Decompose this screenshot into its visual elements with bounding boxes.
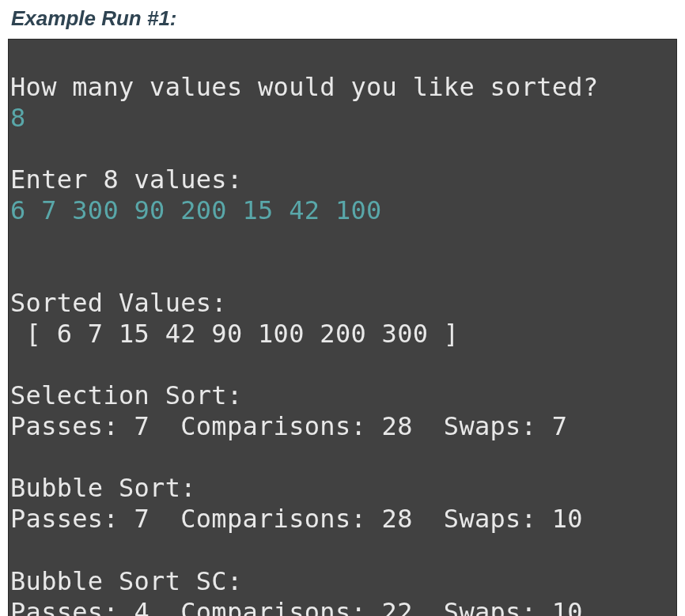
bubble-sort-title: Bubble Sort:: [10, 473, 196, 503]
bubble-sort-stats: Passes: 7 Comparisons: 28 Swaps: 10: [10, 504, 583, 534]
bubble-sort-sc-title: Bubble Sort SC:: [10, 566, 242, 596]
bubble-sort-sc-stats: Passes: 4 Comparisons: 22 Swaps: 10: [10, 597, 583, 616]
selection-sort-title: Selection Sort:: [10, 380, 242, 410]
sorted-values-label: Sorted Values:: [10, 288, 227, 318]
input-values: 6 7 300 90 200 15 42 100: [10, 195, 382, 225]
prompt-enter-values: Enter 8 values:: [10, 164, 242, 195]
prompt-count: How many values would you like sorted?: [10, 72, 599, 102]
example-run-heading: Example Run #1:: [8, 6, 677, 31]
sorted-values-array: [ 6 7 15 42 90 100 200 300 ]: [10, 319, 459, 349]
terminal-output: How many values would you like sorted? 8…: [8, 39, 677, 616]
selection-sort-stats: Passes: 7 Comparisons: 28 Swaps: 7: [10, 411, 567, 441]
input-count: 8: [10, 103, 26, 133]
